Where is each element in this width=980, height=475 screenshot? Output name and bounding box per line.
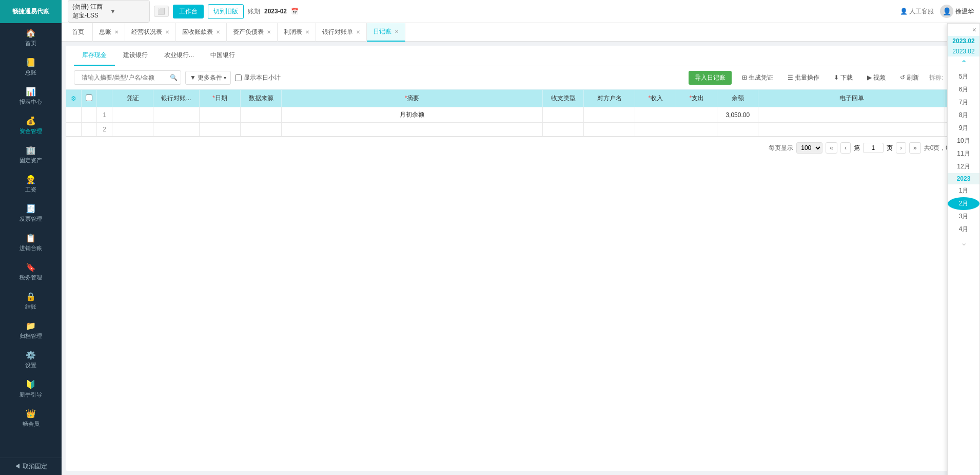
service-button[interactable]: 👤 人工客服 [900,7,934,16]
date-month-6[interactable]: 6月 [948,83,979,96]
tab-receivable-close[interactable]: ✕ [216,29,220,35]
date-month-5[interactable]: 5月 [948,70,979,83]
col-settings[interactable]: ⚙ [66,90,82,107]
refresh-button[interactable]: ↺ 刷新 [896,71,923,84]
filter-button[interactable]: ▼ 更多条件 ▾ [185,71,231,85]
tab-bank-reconcile-close[interactable]: ✕ [356,29,360,35]
tab-assets-liab-close[interactable]: ✕ [267,29,271,35]
per-page-select[interactable]: 100 50 200 [796,142,822,154]
workspace-button[interactable]: 工作台 [173,5,204,18]
show-subtotal-toggle[interactable]: 显示本日小计 [235,73,281,82]
sidebar-item-member[interactable]: 👑 畅会员 [0,404,62,433]
sub-tab-cash[interactable]: 库存现金 [74,46,115,66]
video-icon: ▶ [867,74,872,81]
sidebar-item-archive[interactable]: 📁 归档管理 [0,316,62,345]
date-month-9[interactable]: 9月 [948,122,979,135]
date-month-11[interactable]: 11月 [948,147,979,160]
prev-page-button[interactable]: ‹ [840,142,851,154]
sidebar-item-closing[interactable]: 🔒 结账 [0,287,62,316]
date-month-2023-4[interactable]: 4月 [948,223,979,236]
cell-counterpart-2 [584,123,635,137]
tabs-bar: 首页 总账 ✕ 经营状况表 ✕ 应收账款表 ✕ 资产负债表 ✕ 利润表 ✕ [62,23,980,42]
tab-home[interactable]: 首页 [64,23,93,42]
search-button[interactable]: 🔍 [170,74,178,81]
page-label-pre: 第 [854,144,860,153]
col-type: 收支类型 [543,90,584,107]
date-month-7[interactable]: 7月 [948,96,979,109]
copy-company-button[interactable]: ⬜ [154,6,169,17]
unpin-sidebar-button[interactable]: ◀ 取消固定 [0,458,62,475]
member-icon: 👑 [26,409,36,419]
tab-journal[interactable]: 日记账 ✕ [367,23,405,42]
date-month-12[interactable]: 12月 [948,160,979,173]
tab-assets-liab[interactable]: 资产负债表 ✕ [227,23,278,42]
date-month-2023-3[interactable]: 3月 [948,210,979,223]
cell-ebill-2 [758,123,945,137]
tab-journal-close[interactable]: ✕ [395,29,399,34]
sidebar-item-home[interactable]: 🏠 首页 [0,23,62,52]
table-row: 2 [66,123,976,137]
date-top-item-2[interactable]: 2023.02 [948,46,979,56]
date-month-8[interactable]: 8月 [948,109,979,122]
date-top-item-1[interactable]: 2023.02 [948,36,979,46]
tab-ledger-close[interactable]: ✕ [114,29,119,35]
period-label: 账期 [248,7,260,16]
tab-biz-status[interactable]: 经营状况表 ✕ [125,23,176,42]
date-panel-close-button[interactable]: × [972,26,976,34]
company-selector[interactable]: (勿册) 江西超宝-LSS ▼ [68,0,150,23]
date-scroll-up-button[interactable]: ⌃ [948,56,979,70]
sidebar-item-reports[interactable]: 📊 报表中心 [0,82,62,111]
cell-summary-2 [282,123,543,137]
tab-receivable[interactable]: 应收账款表 ✕ [176,23,227,42]
gen-voucher-icon: ⊞ [742,74,747,81]
tax-icon: 🔖 [26,262,36,272]
sidebar-item-tax[interactable]: 🔖 税务管理 [0,257,62,287]
tab-bank-reconcile[interactable]: 银行对账单 ✕ [316,23,367,42]
sub-tab-construction-bank[interactable]: 建设银行 [115,46,156,66]
date-scroll-down-button[interactable]: ⌄ [948,236,979,250]
sidebar-item-fixed-assets[interactable]: 🏢 固定资产 [0,140,62,169]
tab-ledger[interactable]: 总账 ✕ [93,23,125,42]
cell-income-1 [635,107,676,123]
search-input[interactable] [77,72,170,83]
video-button[interactable]: ▶ 视频 [863,71,890,84]
tab-biz-status-close[interactable]: ✕ [165,29,169,35]
gen-voucher-button[interactable]: ⊞ 生成凭证 [738,71,777,84]
sidebar-item-invoice[interactable]: 🧾 发票管理 [0,199,62,228]
sales-purchase-icon: 📋 [26,233,36,243]
cell-bank-2 [153,123,200,137]
sidebar-item-settings[interactable]: ⚙️ 设置 [0,345,62,374]
period-value: 2023-02 [264,8,287,15]
batch-button[interactable]: ☰ 批量操作 [783,71,824,84]
sidebar-item-newbie[interactable]: 🔰 新手引导 [0,374,62,404]
sidebar-item-payroll[interactable]: 👷 工资 [0,169,62,199]
sub-tab-agriculture-bank[interactable]: 农业银行... [156,46,202,66]
tab-profit-close[interactable]: ✕ [305,29,309,35]
date-month-2023-1[interactable]: 1月 [948,184,979,197]
calendar-icon[interactable]: 📅 [291,8,299,15]
import-journal-button[interactable]: 导入日记账 [689,71,732,85]
old-version-button[interactable]: 切到旧版 [208,4,244,19]
page-number-input[interactable] [863,143,884,153]
journal-panel: 库存现金 建设银行 农业银行... 中国银行 [66,46,976,471]
show-subtotal-checkbox[interactable] [235,74,242,81]
cell-balance-1: 3,050.00 [717,107,758,123]
select-all-checkbox[interactable] [86,94,92,101]
cell-expense-2 [676,123,717,137]
sidebar-item-sales-purchase[interactable]: 📋 进销台账 [0,228,62,257]
user-info[interactable]: 👤 徐温华 [940,5,974,18]
tab-profit[interactable]: 利润表 ✕ [278,23,316,42]
next-page-button[interactable]: › [896,142,906,154]
last-page-button[interactable]: » [909,142,921,154]
journal-toolbar: 🔍 ▼ 更多条件 ▾ 显示本日小计 导入日记账 [66,66,976,89]
sidebar-item-ledger[interactable]: 📒 总账 [0,52,62,82]
cell-income-2 [635,123,676,137]
table-settings-icon[interactable]: ⚙ [71,95,76,102]
sub-tab-china-bank[interactable]: 中国银行 [202,46,243,66]
download-button[interactable]: ⬇ 下载 [830,71,857,84]
first-page-button[interactable]: « [826,142,837,154]
user-name: 徐温华 [955,7,974,16]
date-month-10[interactable]: 10月 [948,135,979,147]
sidebar-item-assets-mgmt[interactable]: 💰 资金管理 [0,111,62,140]
date-month-2023-2[interactable]: 2月 [948,197,979,210]
